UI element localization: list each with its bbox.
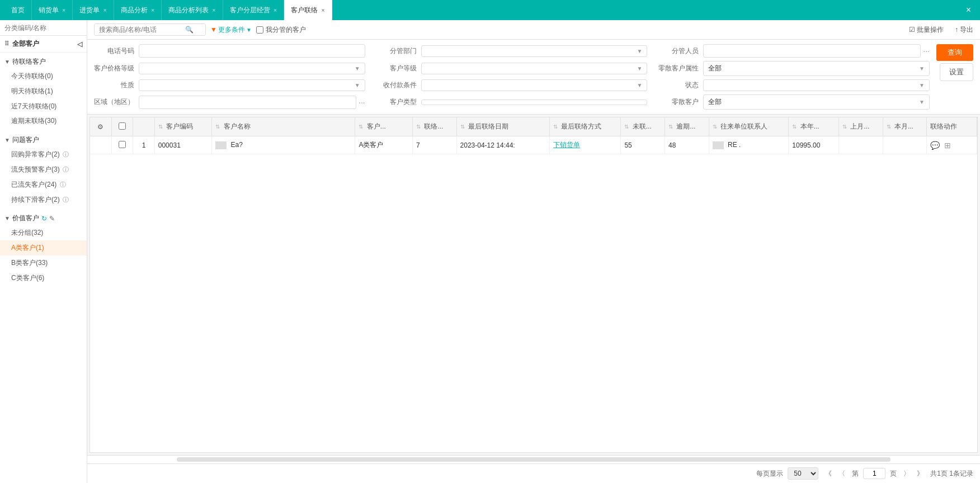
nav-home[interactable]: 首页 — [4, 0, 32, 20]
sidebar-lost-warning[interactable]: 流失预警客户(3) ⓘ — [0, 162, 87, 177]
select-all-checkbox[interactable] — [119, 122, 126, 130]
dept-select[interactable]: ▼ — [421, 45, 648, 57]
page-end-label: 页 — [888, 468, 899, 480]
first-page-btn[interactable]: 《 — [823, 468, 834, 480]
retail-attr-select[interactable]: 全部 ▼ — [703, 61, 930, 76]
th-settings[interactable]: ⚙ — [90, 117, 111, 136]
nav-sales-close[interactable]: × — [62, 7, 65, 13]
phone-input[interactable] — [139, 44, 365, 58]
sidebar-search-wrap: 🔍 — [0, 20, 87, 36]
adv-filter: 电话号码 分管部门 ▼ 分管人员 — [87, 40, 980, 115]
gear-icon-btn[interactable]: ⚙ — [97, 123, 103, 131]
grid-icon: ⠿ — [4, 40, 9, 48]
nav-product-analysis-close[interactable]: × — [151, 7, 154, 13]
th-unit-contact[interactable]: ⇅ 往来单位联系人 — [709, 117, 789, 136]
info-icon-3: ⓘ — [63, 196, 69, 203]
sidebar-today-contact[interactable]: 今天待联络(0) — [0, 69, 87, 84]
customer-type-select[interactable] — [421, 100, 648, 105]
sidebar-overdue-contact[interactable]: 逾期未联络(30) — [0, 113, 87, 129]
window-close[interactable]: × — [962, 5, 976, 15]
sort-icon: ⇅ — [416, 124, 421, 130]
row-checkbox[interactable] — [119, 141, 126, 148]
my-customers-checkbox[interactable] — [256, 26, 263, 34]
nature-select[interactable]: ▼ — [139, 79, 365, 91]
page-input[interactable] — [863, 468, 885, 479]
retail-customer-select[interactable]: 全部 ▼ — [703, 94, 930, 110]
price-grade-select[interactable]: ▼ — [139, 63, 365, 74]
th-code[interactable]: ⇅ 客户编码 — [154, 117, 211, 136]
th-last-way[interactable]: ⇅ 最后联络方式 — [550, 117, 621, 136]
th-overdue[interactable]: ⇅ 逾期... — [665, 117, 709, 136]
manager-more-icon[interactable]: ··· — [923, 46, 930, 55]
manager-label: 分管人员 — [658, 46, 703, 56]
manager-input[interactable] — [703, 44, 921, 58]
group-pending-contact-header[interactable]: ▼ 待联络客户 — [0, 55, 87, 69]
th-type[interactable]: ⇅ 客户... — [355, 117, 412, 136]
region-input[interactable] — [139, 96, 356, 109]
filter-search-input[interactable] — [99, 26, 183, 34]
status-select[interactable]: ▼ — [703, 79, 930, 91]
horizontal-scrollbar[interactable] — [87, 455, 980, 463]
nav-purchase[interactable]: 进货单 × — [73, 0, 114, 20]
sort-icon: ⇅ — [553, 124, 558, 130]
sidebar-tomorrow-contact[interactable]: 明天待联络(1) — [0, 84, 87, 99]
sidebar-lost[interactable]: 已流失客户(24) ⓘ — [0, 177, 87, 192]
th-contact[interactable]: ⇅ 联络... — [412, 117, 456, 136]
nav-purchase-close[interactable]: × — [103, 7, 106, 13]
nav-customer-tier-close[interactable]: × — [274, 7, 277, 13]
sidebar-collapse-icon[interactable]: ◁ — [77, 40, 82, 48]
sidebar-all-customers-header[interactable]: ⠿ 全部客户 ◁ — [0, 36, 87, 53]
sidebar-declining[interactable]: 持续下滑客户(2) ⓘ — [0, 192, 87, 207]
qr-icon[interactable]: ⊞ — [944, 141, 951, 150]
customer-grade-select[interactable]: ▼ — [421, 63, 648, 74]
message-icon[interactable]: 💬 — [930, 141, 940, 150]
nav-product-list-close[interactable]: × — [212, 7, 215, 13]
refresh-icon[interactable]: ↻ — [41, 215, 47, 222]
filter-search-icon[interactable]: 🔍 — [185, 26, 194, 34]
region-more-icon[interactable]: ··· — [359, 98, 365, 107]
query-button[interactable]: 查询 — [936, 44, 973, 61]
sidebar-search-input[interactable] — [4, 24, 87, 32]
th-this-month[interactable]: ⇅ 本月... — [883, 117, 927, 136]
table-footer: 每页显示 50 100 200 《 〈 第 页 〉 》 共1页 1条记录 — [87, 463, 980, 483]
nav-product-analysis[interactable]: 商品分析 × — [114, 0, 162, 20]
batch-operation-btn[interactable]: ☑ 批量操作 — [909, 25, 944, 35]
sidebar-class-a[interactable]: A类客户(1) — [0, 240, 87, 255]
scrollbar-thumb[interactable] — [177, 457, 891, 462]
sidebar-unclassified[interactable]: 未分组(32) — [0, 225, 87, 240]
nav-customer-contact[interactable]: 客户联络 × — [284, 0, 332, 20]
setting-button[interactable]: 设置 — [940, 63, 973, 81]
nav-product-list[interactable]: 商品分析列表 × — [162, 0, 223, 20]
next-page-btn[interactable]: 〉 — [901, 468, 912, 480]
sort-icon: ⇅ — [668, 124, 673, 130]
th-no-contact[interactable]: ⇅ 未联... — [621, 117, 665, 136]
filter-more-btn[interactable]: ▼ 更多条件 ▼ — [210, 25, 252, 35]
info-icon-0: ⓘ — [63, 151, 69, 158]
th-last-date[interactable]: ⇅ 最后联络日期 — [456, 117, 550, 136]
filter-bar: 🔍 ▼ 更多条件 ▼ 我分管的客户 ☑ 批量操作 ↑ 导出 — [87, 20, 980, 40]
payment-select[interactable]: ▼ — [421, 79, 648, 91]
sidebar: 🔍 ⠿ 全部客户 ◁ ▼ 待联络客户 今天待联络(0) 明天待联络(1) 近7天… — [0, 20, 87, 483]
nav-customer-contact-close[interactable]: × — [321, 7, 324, 13]
sidebar-class-b[interactable]: B类客户(33) — [0, 255, 87, 271]
group-value-header[interactable]: ▼ 价值客户 ↻ ✎ — [0, 211, 87, 225]
payment-label: 收付款条件 — [376, 80, 421, 90]
th-last-month[interactable]: ⇅ 上月... — [838, 117, 883, 136]
nav-sales[interactable]: 销货单 × — [32, 0, 73, 20]
th-name[interactable]: ⇅ 客户名称 — [212, 117, 355, 136]
sidebar-class-c[interactable]: C类客户(6) — [0, 271, 87, 286]
nav-customer-tier[interactable]: 客户分层经营 × — [223, 0, 284, 20]
edit-group-icon[interactable]: ✎ — [49, 215, 55, 222]
prev-page-btn[interactable]: 〈 — [836, 468, 847, 480]
th-checkbox — [111, 117, 133, 136]
last-page-btn[interactable]: 》 — [915, 468, 926, 480]
last-way-link[interactable]: 下销货单 — [553, 141, 580, 149]
sidebar-repurchase-abnormal[interactable]: 回购异常客户(2) ⓘ — [0, 147, 87, 162]
page-size-select[interactable]: 50 100 200 — [788, 467, 818, 480]
filter-row-2: 客户价格等级 ▼ 客户等级 ▼ — [94, 61, 930, 76]
group-problem-header[interactable]: ▼ 问题客户 — [0, 133, 87, 147]
sidebar-7days-contact[interactable]: 近7天待联络(0) — [0, 99, 87, 114]
my-customers-filter[interactable]: 我分管的客户 — [256, 25, 306, 35]
export-btn[interactable]: ↑ 导出 — [955, 25, 973, 35]
th-year[interactable]: ⇅ 本年... — [789, 117, 839, 136]
